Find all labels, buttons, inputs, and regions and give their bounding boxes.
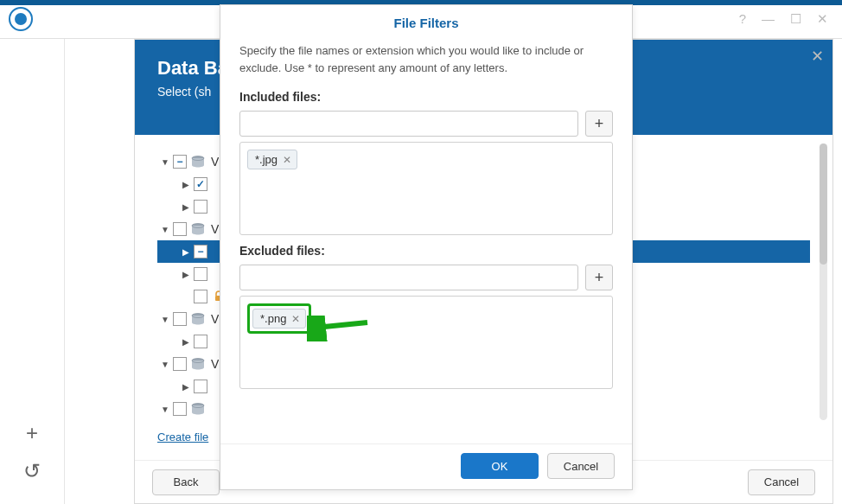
tree-checkbox[interactable] (194, 267, 207, 281)
minimize-icon[interactable]: — (762, 11, 775, 27)
tree-checkbox[interactable] (194, 380, 207, 393)
expand-caret-icon[interactable]: ▶ (182, 202, 190, 212)
ok-button[interactable]: OK (461, 453, 539, 479)
expand-caret-icon[interactable]: ▼ (161, 360, 169, 369)
file-filters-dialog: File Filters Specify the file names or e… (220, 4, 633, 490)
highlighted-chip: *.png✕ (247, 303, 311, 334)
add-task-button[interactable]: + (26, 421, 38, 445)
expand-caret-icon[interactable]: ▶ (182, 382, 190, 392)
tree-checkbox[interactable] (194, 200, 207, 214)
tree-label: V (211, 357, 219, 371)
included-chip-box: *.jpg✕ (239, 142, 613, 235)
action-sidebar: + ↺ (0, 39, 65, 504)
tree-checkbox[interactable] (194, 177, 207, 191)
add-excluded-button[interactable]: + (585, 265, 613, 290)
included-label: Included files: (239, 90, 613, 104)
tree-label: V (211, 312, 219, 326)
tree-checkbox[interactable] (194, 335, 207, 348)
database-icon (190, 223, 206, 235)
close-icon[interactable]: ✕ (817, 11, 828, 27)
back-button[interactable]: Back (152, 469, 220, 495)
dialog-title: File Filters (220, 5, 632, 39)
scrollbar-thumb[interactable] (820, 144, 827, 265)
tree-checkbox[interactable] (194, 245, 207, 258)
tree-checkbox[interactable] (173, 222, 187, 236)
excluded-chip-box: *.png✕ (239, 296, 613, 389)
window-controls: ? — ☐ ✕ (739, 11, 837, 27)
tree-checkbox[interactable] (194, 290, 207, 303)
database-icon (190, 313, 206, 325)
database-icon (190, 403, 206, 415)
wizard-close-icon[interactable]: ✕ (811, 47, 824, 66)
filter-chip[interactable]: *.jpg✕ (247, 150, 297, 169)
expand-caret-icon[interactable]: ▼ (161, 157, 169, 167)
chip-text: *.jpg (255, 153, 277, 166)
scrollbar[interactable] (820, 144, 827, 420)
dialog-footer: OK Cancel (220, 443, 632, 489)
history-button[interactable]: ↺ (23, 459, 41, 483)
maximize-icon[interactable]: ☐ (790, 11, 801, 27)
expand-caret-icon[interactable]: ▶ (182, 270, 190, 279)
remove-chip-icon[interactable]: ✕ (291, 313, 300, 325)
included-input[interactable] (239, 111, 578, 137)
tree-checkbox[interactable] (173, 357, 187, 371)
remove-chip-icon[interactable]: ✕ (283, 154, 291, 166)
tree-checkbox[interactable] (173, 155, 187, 169)
app-logo (9, 7, 33, 31)
chip-text: *.png (260, 312, 286, 325)
database-icon (190, 358, 206, 370)
expand-caret-icon[interactable]: ▼ (161, 225, 169, 234)
expand-caret-icon[interactable]: ▶ (182, 337, 190, 347)
tree-checkbox[interactable] (173, 402, 187, 416)
create-file-filters-link[interactable]: Create file (157, 431, 208, 443)
database-icon (190, 156, 206, 168)
add-included-button[interactable]: + (585, 111, 613, 137)
expand-caret-icon[interactable]: ▼ (161, 405, 169, 414)
dialog-cancel-button[interactable]: Cancel (547, 453, 615, 479)
tree-label: V (211, 222, 219, 236)
expand-caret-icon[interactable]: ▶ (182, 180, 190, 189)
excluded-input[interactable] (239, 265, 578, 290)
excluded-label: Excluded files: (239, 244, 613, 258)
expand-caret-icon[interactable]: ▼ (161, 315, 169, 324)
filter-chip[interactable]: *.png✕ (252, 309, 306, 329)
expand-caret-icon[interactable]: ▶ (182, 247, 190, 257)
cancel-button[interactable]: Cancel (748, 469, 815, 495)
help-icon[interactable]: ? (739, 11, 746, 27)
tree-label: V (211, 155, 219, 169)
tree-checkbox[interactable] (173, 312, 187, 326)
dialog-description: Specify the file names or extension whic… (239, 42, 613, 76)
